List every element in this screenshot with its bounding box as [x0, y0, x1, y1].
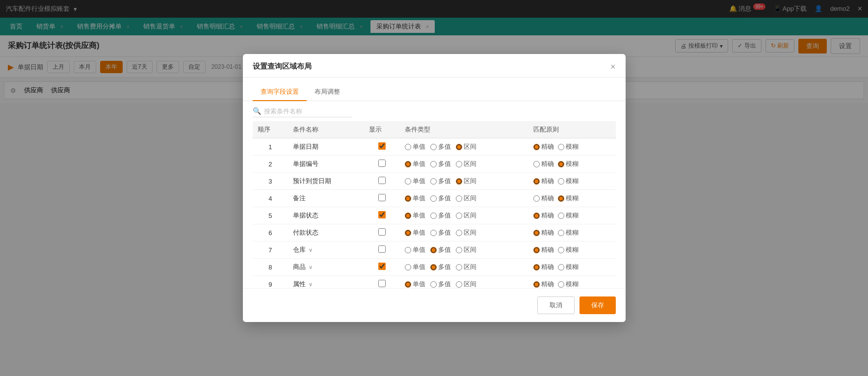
modal-dialog: 设置查询区域布局 × 查询字段设置 布局调整 🔍 顺序	[243, 54, 626, 103]
modal-overlay: 设置查询区域布局 × 查询字段设置 布局调整 🔍 顺序	[0, 0, 868, 103]
modal-header: 设置查询区域布局 ×	[243, 54, 626, 78]
modal-close-button[interactable]: ×	[610, 62, 616, 71]
modal-tab-fields[interactable]: 查询字段设置	[253, 83, 307, 101]
modal-tab-fields-label: 查询字段设置	[261, 88, 299, 95]
modal-search-area: 🔍	[243, 101, 626, 103]
modal-title: 设置查询区域布局	[253, 62, 312, 71]
modal-tab-layout[interactable]: 布局调整	[307, 83, 348, 101]
modal-tab-layout-label: 布局调整	[315, 88, 340, 95]
modal-tabs: 查询字段设置 布局调整	[243, 78, 626, 101]
